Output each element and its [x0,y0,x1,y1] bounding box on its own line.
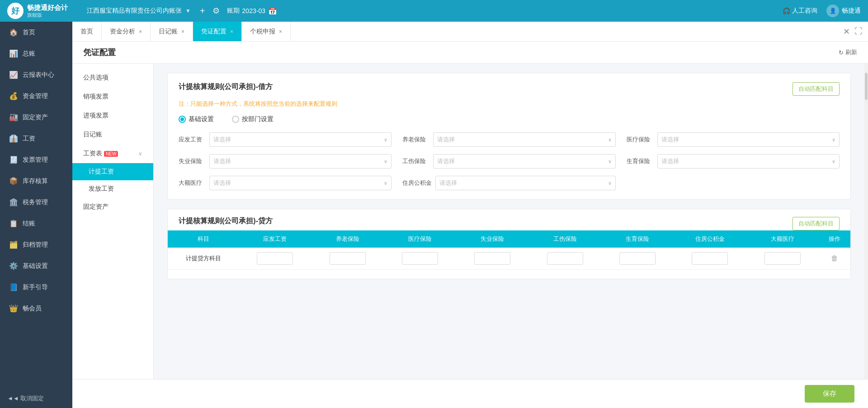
tab-close-icon[interactable]: × [279,28,282,35]
settings-sidebar-icon: ⚙️ [9,262,18,270]
right-scrollbar[interactable] [864,64,868,408]
tab-journal[interactable]: 日记账 × [151,22,193,41]
archive-icon: 🗂️ [9,240,18,249]
select-large-medical[interactable]: 请选择 ∨ [209,176,392,190]
tax-icon: 🏛️ [9,198,18,206]
tab-close-icon[interactable]: × [230,28,233,35]
sidebar-item-guide[interactable]: 📘 新手引导 [0,277,72,298]
assets-icon: 🏭 [9,113,18,122]
tab-fund-analysis[interactable]: 资金分析 × [102,22,151,41]
nav-payroll-group[interactable]: 工资表 NEW ∨ [72,144,153,163]
cell-injury [528,248,601,270]
nav-fixed-assets[interactable]: 固定资产 [72,197,153,216]
select-unemployment[interactable]: 请选择 ∨ [209,154,392,169]
top-header: 好 畅捷通好会计 旗舰版 江西服宝精品有限责任公司内账张 ▼ + ⚙ 账期 20… [0,0,868,22]
select-maternity[interactable]: 请选择 ∨ [657,154,840,169]
select-gross-salary[interactable]: 请选择 ∨ [209,132,392,147]
company-dropdown-icon[interactable]: ▼ [185,8,191,14]
refresh-icon: ↻ [839,49,844,56]
input-injury[interactable] [547,252,583,265]
sidebar-item-salary[interactable]: 👔 工资 [0,128,72,149]
input-maternity[interactable] [619,252,656,265]
col-injury: 工伤保险 [528,230,601,248]
radio-basic-settings[interactable]: 基础设置 [179,115,214,123]
save-button[interactable]: 保存 [805,385,854,403]
salary-icon: 👔 [9,134,18,143]
header-right: 🎧 人工咨询 👤 畅捷通 [783,5,861,17]
row-label: 计提贷方科目 [168,248,239,270]
tab-home[interactable]: 首页 [72,22,102,41]
radio-dept-settings[interactable]: 按部门设置 [232,115,274,123]
calendar-icon[interactable]: 📅 [268,7,277,15]
credit-table: 科目 应发工资 养老保险 医疗保险 失业保险 工伤保险 生育保险 住房公积金 [168,230,850,270]
settings-icon[interactable]: ⚙ [212,6,220,16]
refresh-button[interactable]: ↻ 刷新 [839,48,857,56]
table-row: 计提贷方科目 [168,248,850,270]
select-injury[interactable]: 请选择 ∨ [433,154,615,169]
header-center: + ⚙ 账期 2023-03 📅 [200,6,783,16]
credit-auto-match-button[interactable]: 自动匹配科目 [793,217,840,230]
user-area[interactable]: 👤 畅捷通 [826,5,861,17]
new-badge: NEW [104,151,118,157]
field-pension: 养老保险 请选择 ∨ [402,132,615,147]
field-maternity: 生育保险 请选择 ∨ [627,154,840,169]
sidebar-item-ledger[interactable]: 📊 总账 [0,43,72,64]
debit-section: 计提核算规则(公司承担)-借方 自动匹配科目 注：只能选择一种方式，系统将按照您… [167,73,851,200]
sidebar-item-assets[interactable]: 🏭 固定资产 [0,107,72,128]
input-housing[interactable] [692,252,728,265]
nav-accrual-salary[interactable]: 计提工资 [72,163,153,180]
content-area: 首页 资金分析 × 日记账 × 凭证配置 × 个税申报 × ✕ ⛶ [72,22,868,408]
delete-icon[interactable]: 🗑 [831,254,838,262]
sidebar-item-reports[interactable]: 📈 云报表中心 [0,64,72,85]
maximize-icon[interactable]: ⛶ [854,27,863,36]
dropdown-arrow-icon: ∨ [832,137,835,143]
nav-pay-salary[interactable]: 发放工资 [72,180,153,197]
logo-sub: 旗舰版 [27,12,68,19]
col-pension: 养老保险 [311,230,383,248]
col-account: 科目 [168,230,239,248]
tab-close-icon[interactable]: × [181,28,184,35]
input-large-medical[interactable] [764,252,801,265]
select-pension[interactable]: 请选择 ∨ [433,132,615,147]
scroll-thumb [865,73,868,100]
debit-section-title: 计提核算规则(公司承担)-借方 [179,82,273,92]
sidebar-item-home[interactable]: 🏠 首页 [0,22,72,43]
sidebar-item-close[interactable]: 📋 结账 [0,213,72,234]
select-medical[interactable]: 请选择 ∨ [657,132,840,147]
tab-right-buttons: ✕ ⛶ [838,22,868,41]
service-button[interactable]: 🎧 人工咨询 [783,7,817,15]
tab-close-icon[interactable]: × [139,28,142,35]
sidebar-item-invoice[interactable]: 🧾 发票管理 [0,149,72,170]
tab-tax-filing[interactable]: 个税申报 × [242,22,291,41]
sidebar-item-inventory[interactable]: 📦 库存核算 [0,170,72,192]
nav-journal[interactable]: 日记账 [72,125,153,144]
period-display: 账期 2023-03 📅 [227,7,277,15]
add-button[interactable]: + [200,6,205,16]
field-medical: 医疗保险 请选择 ∨ [627,132,840,147]
input-pension[interactable] [330,252,366,265]
nav-purchase-invoice[interactable]: 进项发票 [72,106,153,125]
input-unemployment[interactable] [474,252,510,265]
company-name[interactable]: 江西服宝精品有限责任公司内账张 ▼ [87,7,191,15]
sidebar-item-funds[interactable]: 💰 资金管理 [0,85,72,107]
sidebar-item-vip[interactable]: 👑 畅会员 [0,298,72,319]
logo-text-block: 畅捷通好会计 旗舰版 [27,4,68,19]
input-gross[interactable] [257,252,293,265]
sidebar-item-tax[interactable]: 🏛️ 税务管理 [0,192,72,213]
close-window-icon[interactable]: ✕ [843,27,850,37]
debit-auto-match-button[interactable]: 自动匹配科目 [793,82,840,96]
unpin-button[interactable]: ◄◄ 取消固定 [0,389,72,408]
field-unemployment: 失业保险 请选择 ∨ [179,154,392,169]
input-medical[interactable] [402,252,438,265]
debit-section-note: 注：只能选择一种方式，系统将按照您当前的选择来配置规则 [179,100,840,108]
inner-layout: 公共选项 销项发票 进项发票 日记账 工资表 NEW ∨ 计提工资 发放工资 固… [72,64,868,408]
sidebar-item-settings[interactable]: ⚙️ 基础设置 [0,255,72,277]
nav-public-options[interactable]: 公共选项 [72,68,153,87]
nav-sales-invoice[interactable]: 销项发票 [72,87,153,106]
sidebar-item-archive[interactable]: 🗂️ 归档管理 [0,234,72,255]
field-housing-fund: 住房公积金 请选择 ∨ [402,176,615,190]
tab-voucher-config[interactable]: 凭证配置 × [193,22,242,41]
field-injury: 工伤保险 请选择 ∨ [402,154,615,169]
select-housing-fund[interactable]: 请选择 ∨ [435,176,615,190]
inventory-icon: 📦 [9,177,18,185]
